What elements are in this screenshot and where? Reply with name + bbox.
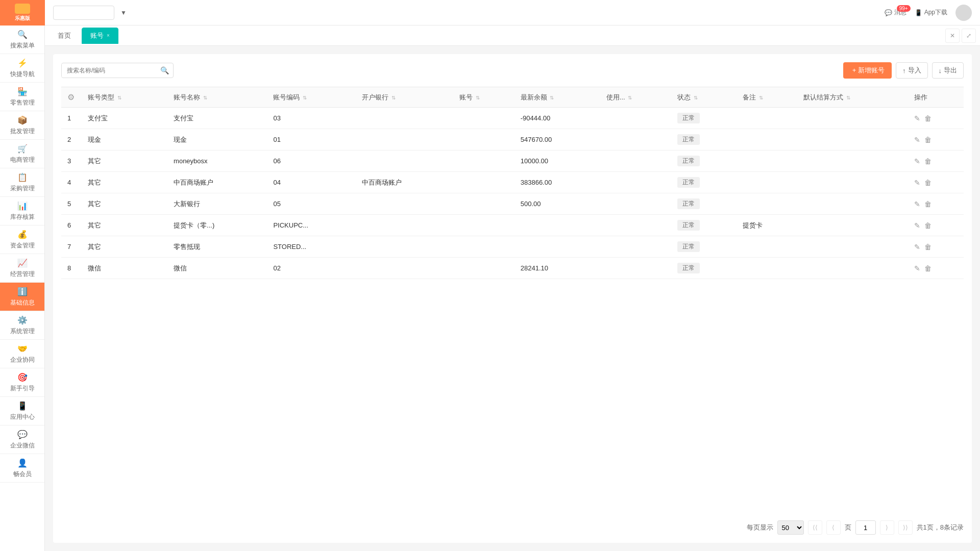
sidebar-item-enterprise[interactable]: 🤝 企业协同 — [0, 340, 44, 368]
edit-icon[interactable]: ✎ — [914, 200, 920, 208]
status-badge: 正常 — [677, 241, 700, 252]
avatar[interactable] — [955, 5, 972, 21]
per-page-select[interactable]: 50 100 200 — [777, 520, 804, 535]
import-label: 导入 — [908, 66, 921, 75]
sidebar-item-app-center[interactable]: 📱 应用中心 — [0, 397, 44, 425]
status-badge: 正常 — [677, 198, 700, 209]
prev-page-btn[interactable]: ⟨ — [826, 520, 841, 535]
logo-icon — [15, 4, 30, 14]
sidebar-item-finance[interactable]: 💰 资金管理 — [0, 226, 44, 254]
row-balance: 10000.00 — [514, 151, 600, 172]
wechat-icon: 💬 — [17, 430, 28, 439]
row-no: 8 — [61, 258, 82, 279]
edit-icon[interactable]: ✎ — [914, 157, 920, 165]
sidebar-item-inventory[interactable]: 📊 库存核算 — [0, 197, 44, 226]
total-label: 共1页，8条记录 — [917, 523, 964, 532]
topbar-search-input[interactable] — [53, 6, 114, 20]
next-page-btn[interactable]: ⟩ — [880, 520, 894, 535]
sidebar-item-system[interactable]: ⚙️ 系统管理 — [0, 311, 44, 340]
row-default-settlement — [797, 172, 908, 193]
add-account-button[interactable]: + 新增账号 — [843, 62, 892, 79]
basic-icon: ℹ️ — [17, 287, 28, 296]
row-bank: 中百商场账户 — [356, 172, 453, 193]
row-actions: ✎ 🗑 — [908, 236, 964, 258]
row-bank — [356, 215, 453, 236]
system-icon: ⚙️ — [17, 315, 28, 325]
row-actions: ✎ 🗑 — [908, 172, 964, 193]
row-balance — [514, 236, 600, 258]
row-type: 其它 — [82, 236, 167, 258]
sidebar-item-wechat[interactable]: 💬 企业微信 — [0, 425, 44, 454]
row-status: 正常 — [671, 108, 737, 129]
sidebar-item-purchase[interactable]: 📋 采购管理 — [0, 168, 44, 197]
delete-icon[interactable]: 🗑 — [924, 243, 932, 251]
row-usage — [600, 151, 672, 172]
delete-icon[interactable]: 🗑 — [924, 221, 932, 230]
page-label: 页 — [845, 523, 851, 532]
sidebar-item-ecommerce[interactable]: 🛒 电商管理 — [0, 140, 44, 168]
sidebar-item-search[interactable]: 🔍 搜索菜单 — [0, 26, 44, 54]
table-row: 6 其它 提货卡（零...) PICKUPC... 正常 提货卡 ✎ 🗑 — [61, 215, 964, 236]
row-account — [453, 129, 514, 151]
delete-icon[interactable]: 🗑 — [924, 264, 932, 272]
edit-icon[interactable]: ✎ — [914, 114, 920, 122]
enterprise-icon: 🤝 — [17, 344, 28, 354]
sidebar-item-label: 应用中心 — [10, 413, 35, 421]
import-button[interactable]: ↑ 导入 — [896, 62, 928, 79]
row-actions: ✎ 🗑 — [908, 129, 964, 151]
app-download-button[interactable]: 📱 App下载 — [915, 8, 947, 17]
search-input[interactable] — [62, 64, 156, 77]
row-code: 02 — [267, 258, 356, 279]
tab-expand-btn[interactable]: ⤢ — [962, 29, 976, 43]
row-no: 6 — [61, 215, 82, 236]
status-badge: 正常 — [677, 156, 700, 166]
topbar-dropdown[interactable]: ▼ — [120, 9, 127, 16]
sidebar-item-operations[interactable]: 📈 经营管理 — [0, 254, 44, 283]
edit-icon[interactable]: ✎ — [914, 136, 920, 144]
page-input[interactable] — [855, 520, 876, 535]
edit-icon[interactable]: ✎ — [914, 243, 920, 251]
tab-close-icon[interactable]: × — [107, 33, 110, 38]
sidebar-item-retail[interactable]: 🏪 零售管理 — [0, 83, 44, 111]
sidebar-item-member[interactable]: 👤 畅会员 — [0, 454, 44, 483]
export-icon: ↓ — [939, 67, 942, 74]
tab-account[interactable]: 账号 × — [82, 28, 118, 44]
operations-icon: 📈 — [17, 258, 28, 268]
sidebar-item-basic[interactable]: ℹ️ 基础信息 — [0, 283, 44, 311]
finance-icon: 💰 — [17, 230, 28, 239]
edit-icon[interactable]: ✎ — [914, 264, 920, 272]
tab-account-label: 账号 — [90, 31, 104, 40]
sidebar-item-shortcut[interactable]: ⚡ 快捷导航 — [0, 54, 44, 83]
first-page-btn[interactable]: ⟨⟨ — [808, 520, 822, 535]
tab-home[interactable]: 首页 — [49, 28, 80, 44]
row-remark: 提货卡 — [737, 215, 797, 236]
last-page-btn[interactable]: ⟩⟩ — [898, 520, 913, 535]
sidebar-item-wholesale[interactable]: 📦 批发管理 — [0, 111, 44, 140]
sidebar-item-label: 系统管理 — [10, 327, 35, 336]
row-no: 4 — [61, 172, 82, 193]
export-button[interactable]: ↓ 导出 — [932, 62, 964, 79]
sidebar-item-guide[interactable]: 🎯 新手引导 — [0, 368, 44, 397]
delete-icon[interactable]: 🗑 — [924, 179, 932, 187]
column-settings-button[interactable]: ⚙ — [67, 92, 75, 102]
row-usage — [600, 129, 672, 151]
row-balance: -90444.00 — [514, 108, 600, 129]
sidebar-item-label: 资金管理 — [10, 241, 35, 250]
sidebar-item-label: 零售管理 — [10, 98, 35, 107]
search-button[interactable]: 🔍 — [156, 63, 173, 78]
app-download-label: App下载 — [924, 8, 947, 17]
edit-icon[interactable]: ✎ — [914, 221, 920, 230]
row-name: 现金 — [167, 129, 267, 151]
table-row: 2 现金 现金 01 547670.00 正常 ✎ 🗑 — [61, 129, 964, 151]
delete-icon[interactable]: 🗑 — [924, 114, 932, 122]
delete-icon[interactable]: 🗑 — [924, 200, 932, 208]
message-button[interactable]: 💬 消息 99+ — [885, 8, 906, 17]
row-type: 微信 — [82, 258, 167, 279]
row-status: 正常 — [671, 236, 737, 258]
tab-close-btn[interactable]: ✕ — [945, 29, 960, 43]
delete-icon[interactable]: 🗑 — [924, 157, 932, 165]
delete-icon[interactable]: 🗑 — [924, 136, 932, 144]
row-actions: ✎ 🗑 — [908, 108, 964, 129]
main-area: ▼ 💬 消息 99+ 📱 App下载 首页 账号 × ✕ ⤢ — [45, 0, 980, 551]
edit-icon[interactable]: ✎ — [914, 179, 920, 187]
